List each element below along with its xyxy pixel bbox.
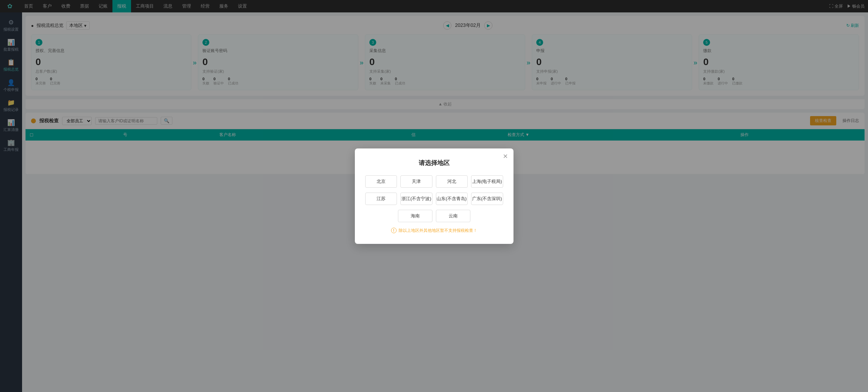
region-btn-guangdong[interactable]: 广东(不含深圳) (471, 193, 503, 205)
modal-close-button[interactable]: ✕ (503, 153, 508, 159)
region-btn-jiangsu[interactable]: 江苏 (365, 193, 397, 205)
region-grid-row3: 海南 云南 (365, 210, 503, 222)
modal-warning: ! 除以上地区外其他地区暂不支持报税检查！ (365, 228, 503, 234)
region-btn-shandong[interactable]: 山东(不含青岛) (436, 193, 468, 205)
region-btn-zhejiang[interactable]: 浙江(不含宁波) (400, 193, 432, 205)
region-btn-tianjin[interactable]: 天津 (400, 175, 432, 188)
region-btn-shanghai[interactable]: 上海(电子税局) (471, 175, 503, 188)
region-btn-hebei[interactable]: 河北 (436, 175, 468, 188)
region-btn-hainan[interactable]: 海南 (398, 210, 432, 222)
region-btn-yunnan[interactable]: 云南 (436, 210, 470, 222)
region-btn-beijing[interactable]: 北京 (365, 175, 397, 188)
modal-title: 请选择地区 (365, 159, 503, 167)
warning-text: 除以上地区外其他地区暂不支持报税检查！ (399, 228, 477, 234)
warning-icon: ! (391, 228, 397, 233)
region-grid-row2: 江苏 浙江(不含宁波) 山东(不含青岛) 广东(不含深圳) (365, 193, 503, 205)
modal-overlay[interactable]: ✕ 请选择地区 北京 天津 河北 上海(电子税局) 江苏 浙江(不含宁波) 山东… (0, 0, 868, 392)
modal-box: ✕ 请选择地区 北京 天津 河北 上海(电子税局) 江苏 浙江(不含宁波) 山东… (355, 148, 513, 244)
region-grid-row1: 北京 天津 河北 上海(电子税局) (365, 175, 503, 188)
